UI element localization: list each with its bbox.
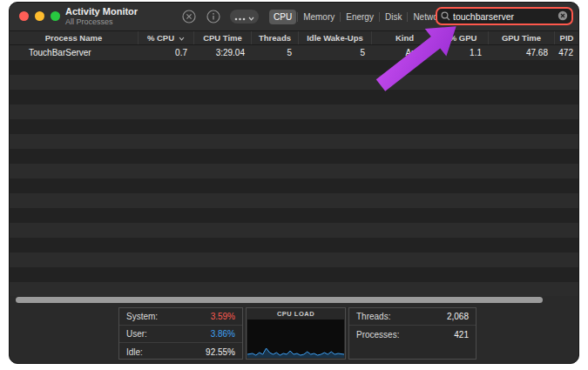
stat-label: Processes: <box>356 330 399 340</box>
cell-kind: Apple <box>372 45 438 60</box>
table-header-row: Process Name % CPU CPU Time Threads Idle… <box>10 30 578 45</box>
tab-separator <box>407 12 408 22</box>
view-tab-group: CPU Memory Energy Disk Network <box>269 8 449 25</box>
more-options-button[interactable] <box>230 10 259 24</box>
stat-system: System: 3.59% <box>119 308 242 326</box>
stat-user: User: 3.86% <box>119 326 242 343</box>
tab-separator <box>297 12 298 22</box>
stat-label: Threads: <box>356 312 390 321</box>
stat-label: User: <box>126 329 147 339</box>
quit-process-icon <box>182 10 196 24</box>
window-title: Activity Monitor <box>65 6 138 17</box>
stat-value: 2,068 <box>447 312 469 321</box>
stat-processes: Processes: 421 <box>349 326 476 343</box>
search-field <box>436 7 573 25</box>
stat-value: 421 <box>454 330 469 340</box>
process-counters-box: Threads: 2,068 Processes: 421 <box>348 307 476 360</box>
cell-gpu-time: 47.68 <box>489 45 555 60</box>
cell-cpu: 0.7 <box>139 45 194 60</box>
zoom-button[interactable] <box>51 11 60 21</box>
tab-separator <box>340 12 341 22</box>
column-header-cpu[interactable]: % CPU <box>139 31 194 44</box>
stat-value: 3.86% <box>211 329 235 339</box>
title-block: Activity Monitor All Processes <box>65 6 138 27</box>
tab-energy[interactable]: Energy <box>341 10 378 24</box>
screenshot-stage: Activity Monitor All Processes <box>0 0 588 370</box>
inspect-button[interactable] <box>206 9 221 24</box>
cpu-load-box: CPU LOAD <box>246 307 346 360</box>
clear-search-button[interactable] <box>558 9 568 24</box>
tab-disk[interactable]: Disk <box>381 10 406 24</box>
cell-gpu: 1.1 <box>438 45 489 60</box>
stat-idle: Idle: 92.55% <box>119 343 242 360</box>
search-icon <box>441 9 450 24</box>
cpu-usage-stats-box: System: 3.59% User: 3.86% Idle: 92.55% <box>118 307 243 360</box>
cell-threads: 5 <box>252 45 299 60</box>
column-header-pid[interactable]: PID <box>555 31 578 44</box>
cpu-load-graph <box>247 320 344 358</box>
column-header-gpu[interactable]: % GPU <box>438 31 489 44</box>
tab-separator <box>379 12 380 22</box>
chevron-down-icon <box>248 9 254 24</box>
column-header-kind[interactable]: Kind <box>372 31 438 44</box>
close-button[interactable] <box>19 11 29 21</box>
column-header-cpu-time[interactable]: CPU Time <box>194 31 252 44</box>
stat-value: 3.59% <box>211 312 235 321</box>
activity-monitor-window: Activity Monitor All Processes <box>9 2 579 364</box>
column-header-idle-wake-ups[interactable]: Idle Wake-Ups <box>299 31 372 44</box>
scrollbar-thumb[interactable] <box>16 297 543 303</box>
table-empty-area <box>10 60 578 296</box>
cell-idle-wake-ups: 5 <box>299 45 372 60</box>
stat-label: System: <box>126 312 158 321</box>
info-icon <box>206 10 220 24</box>
horizontal-scrollbar[interactable] <box>10 296 578 304</box>
stat-label: Idle: <box>126 347 143 357</box>
cell-cpu-time: 3:29.04 <box>194 45 252 60</box>
sort-chevron-icon <box>179 33 185 43</box>
stat-threads: Threads: 2,068 <box>349 308 476 326</box>
tab-cpu[interactable]: CPU <box>269 10 296 24</box>
column-header-process-name[interactable]: Process Name <box>10 31 139 44</box>
titlebar: Activity Monitor All Processes <box>10 3 578 30</box>
ellipsis-icon <box>234 9 246 24</box>
window-subtitle: All Processes <box>65 18 138 27</box>
tab-memory[interactable]: Memory <box>299 10 339 24</box>
minimize-button[interactable] <box>35 11 44 21</box>
search-input[interactable] <box>450 11 558 22</box>
table-row[interactable]: TouchBarServer 0.7 3:29.04 5 5 Apple 1.1… <box>10 45 578 60</box>
column-header-gpu-time[interactable]: GPU Time <box>489 31 555 44</box>
column-header-threads[interactable]: Threads <box>252 31 299 44</box>
quit-process-button[interactable] <box>181 9 197 24</box>
cell-process-name: TouchBarServer <box>10 45 139 60</box>
cpu-load-title: CPU LOAD <box>247 308 345 320</box>
cell-pid: 472 <box>555 45 578 60</box>
stat-value: 92.55% <box>206 347 235 357</box>
